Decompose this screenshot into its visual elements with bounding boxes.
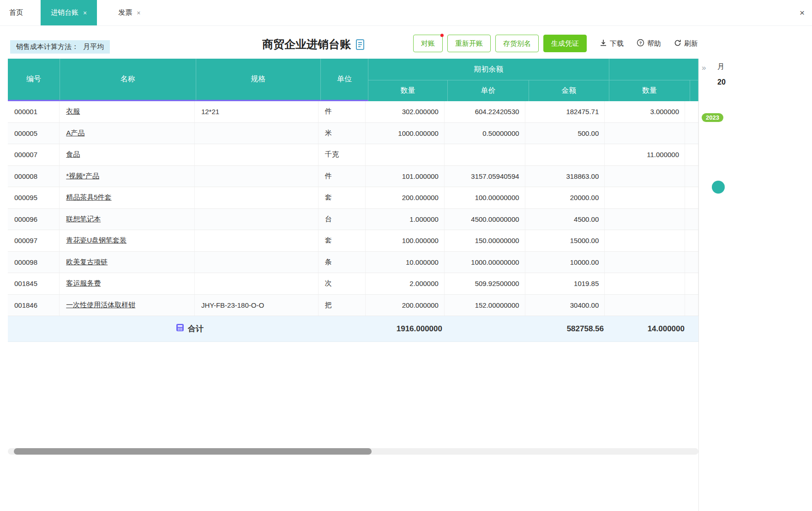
cell-clipped [685,273,698,294]
document-list-icon[interactable] [355,39,365,50]
cell-opening-price [445,144,525,165]
tab-home[interactable]: 首页 [0,0,32,25]
item-name-link[interactable]: A产品 [66,129,84,138]
cell-opening-amount: 15000.00 [525,230,605,251]
help-button-label: 帮助 [647,39,661,48]
ledger-table: 编号 名称 规格 单位 期初余额 数量 单价 金额 数量 [8,59,698,342]
cell-spec: 12*21 [195,101,319,122]
total-period-qty: 14.000000 [609,316,690,341]
page-title: 商贸企业进销台账 [262,37,365,52]
cell-period-qty: 11.000000 [605,144,685,165]
table-row: 000008 *视频*产品 件 101.000000 3157.05940594… [8,166,698,188]
opening-balance-group-label: 期初余额 [368,59,609,80]
cell-unit: 千克 [319,144,366,165]
tab-invoice[interactable]: 发票 × [108,0,150,25]
tab-ledger[interactable]: 进销台账 × [41,0,97,25]
total-label-cell: 合计 [8,316,321,341]
cell-opening-price: 152.00000000 [445,295,525,316]
cell-unit: 套 [319,230,366,251]
col-header-amount: 金额 [529,80,609,101]
cell-clipped [685,123,698,144]
cell-opening-amount: 4500.00 [525,209,605,230]
cost-method-value: 月平均 [83,43,104,51]
cell-name: 食品 [60,144,195,165]
refresh-button[interactable]: 刷新 [674,39,698,48]
horizontal-scrollbar-thumb[interactable] [14,448,372,455]
cell-period-qty [605,273,685,294]
year-badge[interactable]: 2023 [702,113,723,122]
table-body: 000001 衣服 12*21 件 302.000000 604.2242053… [8,101,698,316]
item-name-link[interactable]: 联想笔记本 [66,215,101,224]
floating-action-button[interactable] [712,181,725,194]
col-header-spec: 规格 [196,59,321,101]
cell-id: 000097 [8,230,60,251]
table-row: 001845 客运服务费 次 2.000000 509.92500000 101… [8,273,698,295]
cell-id: 000008 [8,166,60,187]
cell-period-qty [605,187,685,208]
cell-clipped [685,295,698,316]
item-name-link[interactable]: 客运服务费 [66,279,101,288]
cell-spec [195,230,319,251]
tab-ledger-close-icon[interactable]: × [83,9,87,17]
cell-name: 一次性使用活体取样钳 [60,295,195,316]
cell-unit: 次 [319,273,366,294]
horizontal-scrollbar-track [8,448,698,455]
col-group-next: 数量 [609,59,698,101]
item-name-link[interactable]: *视频*产品 [66,172,99,181]
cell-opening-amount [525,144,605,165]
help-button[interactable]: ? 帮助 [637,39,661,48]
cell-period-qty [605,123,685,144]
download-button-label: 下载 [610,39,624,48]
app-window: 首页 进销台账 × 发票 × × 销售成本计算方法： 月平均 商贸企业进销台账 … [0,0,812,511]
item-name-link[interactable]: 精品茶具5件套 [66,193,111,202]
cell-opening-price: 509.92500000 [445,273,525,294]
toolbar: 销售成本计算方法： 月平均 商贸企业进销台账 对账 重新开账 存货别名 生成凭证 [0,26,812,59]
cell-opening-qty: 2.000000 [366,273,445,294]
table-header: 编号 名称 规格 单位 期初余额 数量 单价 金额 数量 [8,59,698,101]
cell-spec [195,144,319,165]
cell-period-qty [605,209,685,230]
cell-unit: 件 [319,101,366,122]
cell-opening-qty: 1000.000000 [366,123,445,144]
item-name-link[interactable]: 食品 [66,150,80,159]
panel-expand-chevron-icon[interactable]: » [702,63,706,73]
generate-voucher-button[interactable]: 生成凭证 [543,35,587,52]
toolbar-actions: 对账 重新开账 存货别名 生成凭证 下载 ? [413,35,698,52]
reopen-books-button[interactable]: 重新开账 [447,35,491,52]
table-row: 000001 衣服 12*21 件 302.000000 604.2242053… [8,101,698,123]
item-name-link[interactable]: 欧美复古项链 [66,258,108,267]
calculator-icon [176,323,184,334]
col-group-opening-balance: 期初余额 数量 单价 金额 [368,59,609,101]
cell-period-qty: 3.000000 [605,101,685,122]
reconcile-button-label: 对账 [421,39,435,48]
tab-invoice-close-icon[interactable]: × [137,9,140,17]
reconcile-button[interactable]: 对账 [413,35,443,52]
panel-month-fragment: 月 [717,62,724,71]
cell-opening-price: 1000.00000000 [445,252,525,273]
page-title-text: 商贸企业进销台账 [262,37,351,52]
download-button[interactable]: 下载 [600,39,624,48]
cell-unit: 米 [319,123,366,144]
cell-opening-price: 150.00000000 [445,230,525,251]
cell-name: 衣服 [60,101,195,122]
close-all-tabs-icon[interactable]: × [800,0,805,26]
cell-id: 000098 [8,252,60,273]
cell-unit: 套 [319,187,366,208]
cell-id: 000001 [8,101,60,122]
item-name-link[interactable]: 衣服 [66,107,80,116]
table-row: 000098 欧美复古项链 条 10.000000 1000.00000000 … [8,252,698,274]
cell-name: 精品茶具5件套 [60,187,195,208]
item-name-link[interactable]: 青花瓷U盘钢笔套装 [66,236,126,245]
cell-opening-amount: 30400.00 [525,295,605,316]
total-opening-price [448,316,529,341]
item-name-link[interactable]: 一次性使用活体取样钳 [66,301,135,310]
cell-opening-qty: 200.000000 [366,187,445,208]
col-header-clipped [690,80,698,101]
cell-name: 青花瓷U盘钢笔套装 [60,230,195,251]
inventory-alias-button[interactable]: 存货别名 [495,35,539,52]
cost-method-box: 销售成本计算方法： 月平均 [10,40,110,54]
table-row: 001846 一次性使用活体取样钳 JHY-FB-23-180-O-O 把 20… [8,295,698,316]
total-opening-qty: 1916.000000 [368,316,448,341]
cell-period-qty [605,166,685,187]
help-icon: ? [637,39,644,48]
